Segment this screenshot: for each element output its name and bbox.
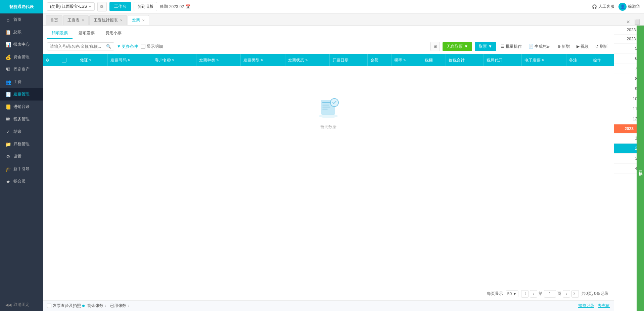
sidebar-collapse[interactable]: ◀◀ 取消固定 xyxy=(0,299,43,311)
period-label: 账期 xyxy=(160,4,168,9)
sidebar-item-member[interactable]: ★ 畅会员 xyxy=(0,175,43,188)
col-invoice-no[interactable]: 发票号码⇅ xyxy=(107,54,152,66)
show-detail-checkbox[interactable] xyxy=(141,44,145,49)
tab-window-actions: ✕ ⬜ xyxy=(622,18,644,25)
grid-view-button[interactable]: ⊞ xyxy=(430,42,440,51)
sidebar-item-wage-label: 工资 xyxy=(13,79,21,85)
col-settings[interactable]: ⚙ xyxy=(43,54,59,66)
page-unit: 页 xyxy=(557,291,561,297)
last-page-button[interactable]: 》 xyxy=(571,290,579,298)
sidebar-item-sales-ledger[interactable]: 📒 进销台账 xyxy=(0,101,43,113)
first-page-button[interactable]: 《 xyxy=(521,290,528,298)
sidebar-item-home[interactable]: ⌂ 首页 xyxy=(0,13,43,26)
empty-illustration xyxy=(315,93,342,120)
maximize-icon[interactable]: ⬜ xyxy=(633,18,641,25)
open-date-label: 开账日期 xyxy=(638,167,643,170)
open-date-button[interactable]: 开账日期 xyxy=(637,26,644,311)
sidebar-item-tax[interactable]: 🏛 税务管理 xyxy=(0,113,43,125)
sidebar-item-ledger[interactable]: 📋 总账 xyxy=(0,26,43,38)
guide-icon: 🎓 xyxy=(5,166,11,172)
col-amount[interactable]: 金额 xyxy=(368,54,392,66)
app-logo: 畅捷通易代账 xyxy=(0,0,43,13)
remaining-label: 剩余张数： xyxy=(87,303,107,309)
sidebar-item-funds[interactable]: 💰 资金管理 xyxy=(0,51,43,63)
workbench-button[interactable]: 工作台 xyxy=(109,2,131,11)
col-tax[interactable]: 税额 xyxy=(422,54,446,66)
sidebar-item-tax-label: 税务管理 xyxy=(13,116,30,122)
col-e-invoice[interactable]: 电子发票⇅ xyxy=(522,54,566,66)
col-invoice-type[interactable]: 发票种类⇅ xyxy=(196,54,241,66)
video-button[interactable]: ▶ 视频 xyxy=(574,42,591,51)
video-label: 视频 xyxy=(581,44,589,49)
company-selector[interactable]: (勿删) 江西股宝-LSS ▼ xyxy=(47,2,95,11)
tab-invoice-close-icon[interactable]: ✕ xyxy=(142,18,145,22)
tab-wage-stat[interactable]: 工资统计报表 ✕ xyxy=(89,15,127,25)
col-customer[interactable]: 客户名称⇅ xyxy=(152,54,196,66)
sidebar-item-guide[interactable]: 🎓 新手引导 xyxy=(0,163,43,175)
col-invoice-status[interactable]: 发票状态⇅ xyxy=(285,54,329,66)
sidebar-item-reports[interactable]: 📊 报表中心 xyxy=(0,38,43,51)
col-open-date[interactable]: 开票日期 xyxy=(329,54,367,66)
copy-icon-button[interactable]: ⧉ xyxy=(97,2,107,11)
tab-home[interactable]: 首页 xyxy=(46,15,62,25)
user-menu-button[interactable]: 👤 徐溢华 xyxy=(618,3,640,11)
sidebar-item-settlement[interactable]: ✓ 结账 xyxy=(0,125,43,138)
close-window-icon[interactable]: ✕ xyxy=(625,18,632,25)
sidebar-item-ledger-label: 总账 xyxy=(13,29,21,35)
sub-tabs: 销项发票 进项发票 费用小票 xyxy=(43,26,614,39)
tax-icon: 🏛 xyxy=(5,117,11,122)
tab-invoice-label: 发票 xyxy=(132,17,140,23)
more-filter-button[interactable]: ▼ 更多条件 xyxy=(117,44,138,49)
tab-invoice[interactable]: 发票 ✕ xyxy=(128,15,149,25)
tab-wage-label: 工资表 xyxy=(67,17,80,23)
sidebar-item-wage[interactable]: 👥 工资 xyxy=(0,76,43,88)
sidebar-item-invoice[interactable]: 🧾 发票管理 xyxy=(0,88,43,101)
per-page-select[interactable]: 50 ▼ xyxy=(506,290,518,297)
col-tax-code[interactable]: 税局代开 xyxy=(484,54,522,66)
col-voucher[interactable]: 凭证⇅ xyxy=(77,54,107,66)
tab-wage[interactable]: 工资表 ✕ xyxy=(63,15,89,25)
sub-tab-expense[interactable]: 费用小票 xyxy=(101,28,126,39)
sub-tab-sales[interactable]: 销项发票 xyxy=(47,28,73,39)
toolbar: 🔍 ▼ 更多条件 显示明细 ⊞ 无血取票 ▼ xyxy=(43,39,614,54)
settings-col-icon: ⚙ xyxy=(46,58,49,63)
col-invoice-category[interactable]: 发票类型⇅ xyxy=(241,54,285,66)
footer-right: 扣费记录 去充值 xyxy=(578,303,610,309)
prev-page-button[interactable]: ‹ xyxy=(530,290,537,298)
select-all-checkbox[interactable] xyxy=(62,58,66,63)
take-ticket-button[interactable]: 取票 ▼ xyxy=(475,42,496,51)
page-input[interactable] xyxy=(544,290,556,298)
tab-wage-stat-close-icon[interactable]: ✕ xyxy=(120,18,123,22)
company-name: (勿删) 江西股宝-LSS xyxy=(50,4,87,9)
sidebar-item-archive-label: 归档管理 xyxy=(13,141,30,147)
recharge-link[interactable]: 去充值 xyxy=(598,303,610,309)
user-avatar: 👤 xyxy=(618,3,627,11)
tab-wage-close-icon[interactable]: ✕ xyxy=(82,18,84,22)
funds-icon: 💰 xyxy=(5,54,11,60)
sub-tab-purchase[interactable]: 进项发票 xyxy=(74,28,99,39)
gen-voucher-button[interactable]: 📄 生成凭证 xyxy=(526,42,553,51)
invoice-verify-checkbox[interactable] xyxy=(47,304,51,308)
sidebar-item-settings[interactable]: ⚙ 设置 xyxy=(0,150,43,163)
col-total[interactable]: 价税合计 xyxy=(446,54,484,66)
sidebar-item-archive[interactable]: 📁 归档管理 xyxy=(0,138,43,150)
invoice-verify-item: 发票查验及拍照 xyxy=(47,303,85,309)
col-remark[interactable]: 备注 xyxy=(566,54,590,66)
fee-record-link[interactable]: 扣费记录 xyxy=(578,303,594,309)
search-input[interactable] xyxy=(50,44,105,49)
sidebar-item-assets[interactable]: 🏗 固定资产 xyxy=(0,63,43,76)
customer-service-button[interactable]: 🎧 人工客服 xyxy=(592,4,614,9)
sidebar-item-home-label: 首页 xyxy=(13,17,21,23)
show-detail-toggle[interactable]: 显示明细 xyxy=(141,44,163,49)
col-check[interactable] xyxy=(59,54,77,66)
switch-old-button[interactable]: 切到旧版 xyxy=(134,2,157,11)
no-deduction-button[interactable]: 无血取票 ▼ xyxy=(443,42,472,51)
sidebar-item-funds-label: 资金管理 xyxy=(13,54,30,60)
next-page-button[interactable]: › xyxy=(563,290,570,298)
sidebar-item-invoice-label: 发票管理 xyxy=(13,91,30,97)
col-tax-rate[interactable]: 税率⇅ xyxy=(392,54,422,66)
new-button[interactable]: ⊕ 新增 xyxy=(555,42,572,51)
batch-op-button[interactable]: ☰ 批量操作 xyxy=(499,42,524,51)
refresh-button[interactable]: ↺ 刷新 xyxy=(593,42,610,51)
sub-tab-expense-label: 费用小票 xyxy=(105,31,122,35)
